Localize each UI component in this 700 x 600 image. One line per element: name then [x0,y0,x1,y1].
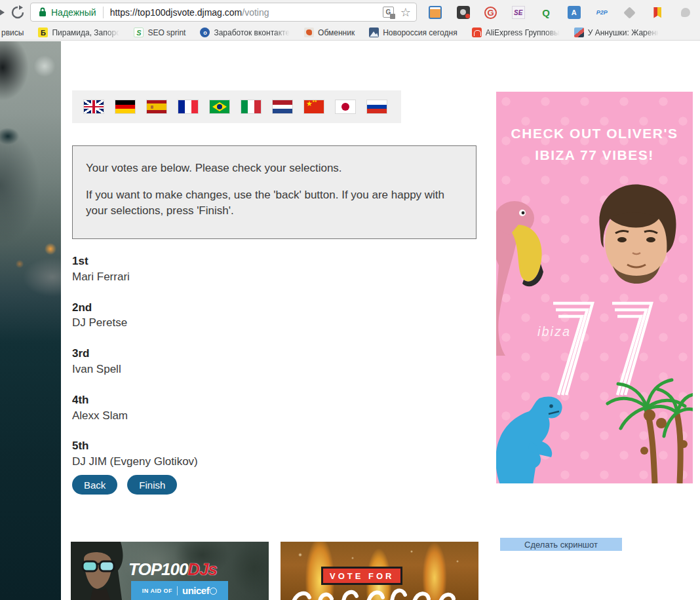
secure-lock-icon [39,7,47,17]
ember-extension-icon[interactable] [679,6,692,19]
forward-icon[interactable] [0,5,7,20]
translate-extension-icon[interactable]: A [568,6,581,19]
flag-nl[interactable] [273,100,292,113]
flag-it[interactable] [241,100,261,113]
url-text[interactable]: https://top100djsvote.djmag.com/voting [110,7,269,18]
notice-line-2: If you want to make changes, use the 'ba… [86,187,463,219]
bookmark-item[interactable]: Новороссия сегодня [369,28,457,37]
bookmarks-bar: рвисы Б Пирамида, Запорож S SEO sprint o… [0,25,700,41]
flag-de[interactable] [115,100,135,113]
top100djs-banner[interactable]: TOP100DJs IN AID OF unicef [71,542,269,600]
bookmark-item[interactable]: рвисы [1,28,24,37]
translate-page-icon[interactable]: G [383,7,394,18]
oliver-face-photo [593,182,680,284]
bookmark-label: У Аннушки: Жаренн [588,28,659,37]
flag-bookmark-extension-icon[interactable] [651,6,664,19]
bookmark-favicon [369,28,379,37]
vote-dj-name: Mari Ferrari [72,269,347,285]
vote-dj-name: DJ JIM (Evgeny Glotikov) [72,454,347,470]
vote-item: 5th DJ JIM (Evgeny Glotikov) [72,438,347,470]
vote-rank: 2nd [72,300,347,316]
bookmark-item[interactable]: У Аннушки: Жаренн [574,28,659,37]
cube-extension-icon[interactable] [623,6,636,19]
se-extension-icon[interactable]: SE [512,6,525,19]
bookmark-favicon: S [134,28,144,37]
dinosaur-illustration [496,392,579,483]
bookmark-favicon: o [200,28,210,37]
language-flags-bar [72,90,401,123]
monitor-extension-icon[interactable] [429,6,442,19]
make-screenshot-button[interactable]: Сделать скриншот [500,538,622,551]
bookmark-item[interactable]: o Заработок вконтакте [200,28,290,37]
vote-item: 4th Alexx Slam [72,392,347,424]
extension-icons-row: G SE Q A P2P [425,4,696,21]
vote-item: 1st Mari Ferrari [72,253,347,285]
vote-dj-name: Ivan Spell [72,362,347,377]
vote-for-label: VOTE FOR [321,567,402,585]
flag-br[interactable] [210,100,229,113]
vote-rank: 3rd [72,346,347,362]
page-content: Your votes are below. Please check your … [0,41,700,600]
ibiza-word: ibiza [537,324,571,339]
flag-fr[interactable] [178,100,198,113]
unicef-logo-icon [210,588,217,595]
q-extension-icon[interactable]: Q [539,6,553,19]
flag-ru[interactable] [367,100,387,113]
bookmark-favicon [472,28,482,37]
vote-rank: 1st [72,253,347,269]
bookmark-label: SEO sprint [147,28,185,37]
bookmark-star-icon[interactable]: ☆ [400,7,411,18]
browser-window: Надежный https://top100djsvote.djmag.com… [0,0,700,600]
flag-uk[interactable] [84,100,104,113]
vote-for-banner[interactable]: VOTE FOR [281,542,478,600]
omnibox-divider [103,7,104,18]
actions-row: Back Finish [72,475,177,495]
bookmark-label: Заработок вконтакте [214,28,290,37]
vote-item: 3rd Ivan Spell [72,346,347,377]
vote-dj-name: Alexx Slam [72,408,347,424]
bookmark-favicon [574,28,584,37]
unicef-bar: IN AID OF unicef [131,581,228,600]
flag-cn[interactable] [304,100,324,113]
background-photo [0,41,61,600]
bookmark-label: AliExpress Групповы [486,28,560,37]
address-bar[interactable]: Надежный https://top100djsvote.djmag.com… [30,3,417,22]
ad-title: CHECK OUT OLIVER'S IBIZA 77 VIBES! [496,123,693,166]
vote-rank: 4th [72,392,347,408]
bookmark-favicon [304,28,314,37]
vote-item: 2nd DJ Peretse [72,300,347,331]
script-signature-partial [281,587,478,600]
palm-trees-illustration [581,367,693,483]
vote-dj-name: DJ Peretse [72,315,347,331]
notice-line-1: Your votes are below. Please check your … [86,160,463,177]
bookmark-label: рвисы [1,28,24,37]
browser-toolbar: Надежный https://top100djsvote.djmag.com… [0,0,700,25]
flag-es[interactable] [147,100,166,113]
bookmark-favicon: Б [38,28,48,37]
camera-lock-extension-icon[interactable] [457,6,470,19]
vote-list: 1st Mari Ferrari 2nd DJ Peretse 3rd Ivan… [72,253,347,485]
bookmark-label: Пирамида, Запорож [52,28,119,37]
gplus-extension-icon[interactable]: G [484,7,497,19]
secure-label: Надежный [51,7,96,18]
ibiza77-ad-banner[interactable]: CHECK OUT OLIVER'S IBIZA 77 VIBES! [496,92,693,483]
bookmark-item[interactable]: S SEO sprint [134,28,185,37]
finish-button[interactable]: Finish [127,475,177,495]
bookmark-label: Обменник [318,28,355,37]
votes-notice-box: Your votes are below. Please check your … [72,145,476,239]
vote-rank: 5th [72,438,347,454]
top100djs-logo: TOP100DJs [128,559,217,580]
bookmark-item[interactable]: Обменник [304,28,355,37]
bookmark-label: Новороссия сегодня [383,28,457,37]
flag-jp[interactable] [336,100,355,113]
bookmark-item[interactable]: Б Пирамида, Запорож [38,28,119,37]
reload-icon[interactable] [10,5,25,20]
p2p-extension-icon[interactable]: P2P [595,6,608,19]
back-button[interactable]: Back [72,475,117,495]
bookmark-item[interactable]: AliExpress Групповы [472,28,560,37]
